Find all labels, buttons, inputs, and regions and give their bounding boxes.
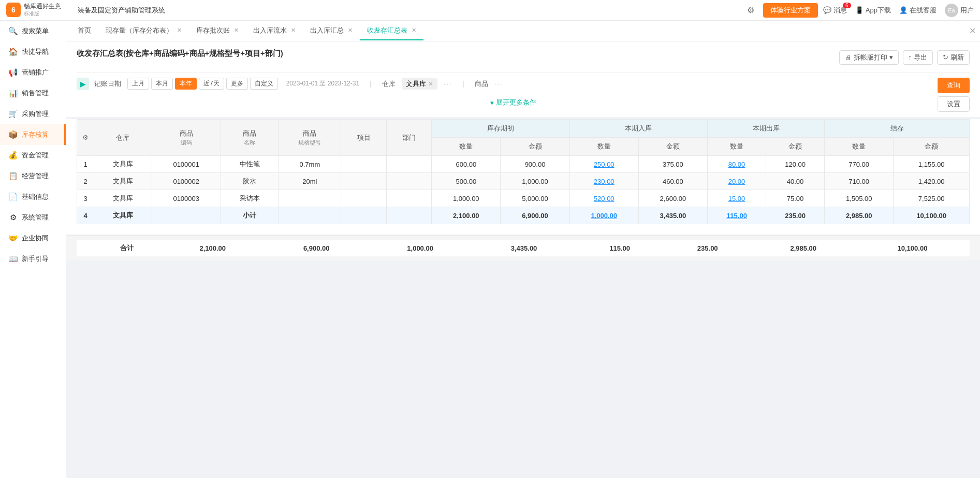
sidebar-item-purchase[interactable]: 🛒 采购管理 bbox=[0, 104, 66, 124]
row-period-in-qty[interactable]: 230.00 bbox=[569, 173, 638, 190]
th-ending-qty: 数量 bbox=[825, 138, 894, 156]
filter-collapse-icon[interactable]: ▶ bbox=[77, 78, 89, 90]
tab-home[interactable]: 首页 bbox=[70, 22, 98, 40]
tab-stock-dist-label: 现存量（库存分布表） bbox=[106, 26, 173, 35]
subtotal-period-in-qty[interactable]: 1,000.00 bbox=[569, 207, 638, 224]
row-ending-amt: 7,525.00 bbox=[894, 190, 970, 207]
warehouse-tag-remove[interactable]: ✕ bbox=[428, 80, 433, 88]
close-all-tabs-icon[interactable]: ✕ bbox=[969, 26, 976, 36]
sidebar-item-marketing[interactable]: 📢 营销推广 bbox=[0, 62, 66, 83]
row-period-out-qty[interactable]: 20.00 bbox=[708, 173, 766, 190]
system-name: 装备及固定资产辅助管理系统 bbox=[78, 6, 738, 15]
sidebar-item-inventory[interactable]: 📦 库存核算 bbox=[0, 124, 66, 145]
tab-inout-summary[interactable]: 出入库汇总 ✕ bbox=[303, 22, 360, 40]
inventory-icon: 📦 bbox=[8, 130, 18, 139]
sidebar-item-sales[interactable]: 📊 销售管理 bbox=[0, 83, 66, 104]
tab-batch[interactable]: 库存批次账 ✕ bbox=[189, 22, 246, 40]
row-project bbox=[341, 173, 386, 190]
row-warehouse: 文具库 bbox=[94, 173, 152, 190]
date-btn-last-month[interactable]: 上月 bbox=[127, 78, 149, 90]
tab-stock-dist-close[interactable]: ✕ bbox=[177, 27, 182, 34]
date-buttons: 上月 本月 本年 近7天 更多 自定义 bbox=[127, 78, 278, 90]
subtotal-period-out-amt: 235.00 bbox=[766, 207, 825, 224]
row-period-in-qty[interactable]: 250.00 bbox=[569, 156, 638, 173]
subtotal-goods-name: 小计 bbox=[221, 207, 279, 224]
user-item[interactable]: Ea 用户 bbox=[945, 4, 974, 17]
sidebar-item-cooperation[interactable]: 🤝 企业协同 bbox=[0, 228, 66, 249]
top-bar-right: 💬 消息 6 📱 App下载 👤 在线客服 Ea 用户 bbox=[823, 4, 974, 17]
query-button[interactable]: 查询 bbox=[938, 78, 970, 93]
tab-inout-flow-close[interactable]: ✕ bbox=[291, 27, 296, 34]
print-button[interactable]: 🖨 拆帐版打印 ▾ bbox=[839, 50, 899, 65]
sidebar-item-search[interactable]: 🔍 搜索菜单 bbox=[0, 21, 66, 41]
logo-area: 6 畅库通好生意 标准版 bbox=[6, 3, 72, 17]
expand-filter-button[interactable]: ▾ 展开更多条件 bbox=[490, 98, 536, 107]
sidebar-item-basic-info[interactable]: 📄 基础信息 bbox=[0, 186, 66, 207]
date-btn-this-year[interactable]: 本年 bbox=[175, 78, 197, 90]
online-service-item[interactable]: 👤 在线客服 bbox=[899, 6, 937, 15]
footer-period-out-amt: 235.00 bbox=[664, 240, 752, 256]
row-ending-amt: 1,155.00 bbox=[894, 156, 970, 173]
row-period-out-qty[interactable]: 80.00 bbox=[708, 156, 766, 173]
tab-inout-flow-label: 出入库流水 bbox=[253, 26, 287, 35]
date-btn-this-month[interactable]: 本月 bbox=[151, 78, 173, 90]
th-period-in-amt: 金额 bbox=[638, 138, 707, 156]
sidebar-item-operations[interactable]: 📋 经营管理 bbox=[0, 166, 66, 186]
footer-period-out-qty: 115.00 bbox=[576, 240, 664, 256]
sidebar-label-purchase: 采购管理 bbox=[22, 109, 49, 119]
tab-bar: 首页 现存量（库存分布表） ✕ 库存批次账 ✕ 出入库流水 ✕ 出入库汇总 ✕ bbox=[66, 21, 980, 41]
row-opening-amt: 900.00 bbox=[501, 156, 569, 173]
warehouse-more-dots[interactable]: ··· bbox=[444, 80, 452, 88]
date-btn-custom[interactable]: 自定义 bbox=[250, 78, 278, 90]
trial-button[interactable]: 体验行业方案 bbox=[763, 3, 818, 18]
subtotal-ending-amt: 10,100.00 bbox=[894, 207, 970, 224]
date-btn-7days[interactable]: 近7天 bbox=[199, 78, 224, 90]
th-dept: 部门 bbox=[386, 120, 431, 156]
row-warehouse: 文具库 bbox=[94, 156, 152, 173]
footer-period-in-amt: 3,435.00 bbox=[472, 240, 576, 256]
sidebar-item-finance[interactable]: 💰 资金管理 bbox=[0, 145, 66, 166]
tab-batch-close[interactable]: ✕ bbox=[234, 27, 239, 34]
tab-inout-summary-close[interactable]: ✕ bbox=[348, 27, 353, 34]
expand-label: 展开更多条件 bbox=[496, 98, 536, 107]
app-download-label: App下载 bbox=[866, 6, 891, 15]
subtotal-period-out-qty[interactable]: 115.00 bbox=[708, 207, 766, 224]
row-num: 2 bbox=[77, 173, 94, 190]
row-goods-name: 胶水 bbox=[221, 173, 279, 190]
row-period-in-amt: 2,600.00 bbox=[638, 190, 707, 207]
footer-ending-amt: 10,100.00 bbox=[855, 240, 970, 256]
sidebar-label-search: 搜索菜单 bbox=[22, 26, 49, 36]
export-button[interactable]: ↑ 导出 bbox=[903, 50, 933, 65]
settings-icon[interactable]: ⚙ bbox=[743, 3, 758, 18]
sidebar-item-quick-nav[interactable]: 🏠 快捷导航 bbox=[0, 41, 66, 62]
tab-inout-flow[interactable]: 出入库流水 ✕ bbox=[246, 22, 303, 40]
tab-stock-dist[interactable]: 现存量（库存分布表） ✕ bbox=[98, 22, 189, 40]
row-period-in-qty[interactable]: 520.00 bbox=[569, 190, 638, 207]
sidebar-item-newbie[interactable]: 📖 新手引导 bbox=[0, 249, 66, 269]
tab-receive-send[interactable]: 收发存汇总表 ✕ bbox=[360, 22, 423, 40]
row-goods-name: 采访本 bbox=[221, 190, 279, 207]
subtotal-opening-qty: 2,100.00 bbox=[432, 207, 501, 224]
print-chevron-icon: ▾ bbox=[889, 53, 893, 61]
app-download-item[interactable]: 📱 App下载 bbox=[855, 6, 891, 15]
service-icon: 👤 bbox=[899, 6, 908, 14]
row-opening-qty: 600.00 bbox=[432, 156, 501, 173]
tab-receive-send-close[interactable]: ✕ bbox=[412, 27, 416, 34]
th-ending-amt: 金额 bbox=[894, 138, 970, 156]
refresh-button[interactable]: ↻ 刷新 bbox=[937, 50, 970, 65]
row-ending-qty: 1,505.00 bbox=[825, 190, 894, 207]
row-period-out-qty[interactable]: 15.00 bbox=[708, 190, 766, 207]
row-goods-code: 0100003 bbox=[152, 190, 221, 207]
warehouse-tag[interactable]: 文具库 ✕ bbox=[402, 78, 437, 90]
date-btn-more[interactable]: 更多 bbox=[226, 78, 248, 90]
cooperation-icon: 🤝 bbox=[8, 234, 18, 243]
goods-more-dots[interactable]: ··· bbox=[494, 80, 503, 88]
row-num: 1 bbox=[77, 156, 94, 173]
table-settings-header[interactable]: ⚙ bbox=[77, 120, 94, 156]
th-goods-spec: 商品规格型号 bbox=[279, 120, 341, 156]
filter-settings-button[interactable]: 设置 bbox=[938, 96, 970, 112]
home-icon: 🏠 bbox=[8, 47, 18, 56]
sidebar-item-system[interactable]: ⚙ 系统管理 bbox=[0, 207, 66, 228]
online-service-label: 在线客服 bbox=[910, 6, 937, 15]
notifications-item[interactable]: 💬 消息 6 bbox=[823, 6, 847, 15]
